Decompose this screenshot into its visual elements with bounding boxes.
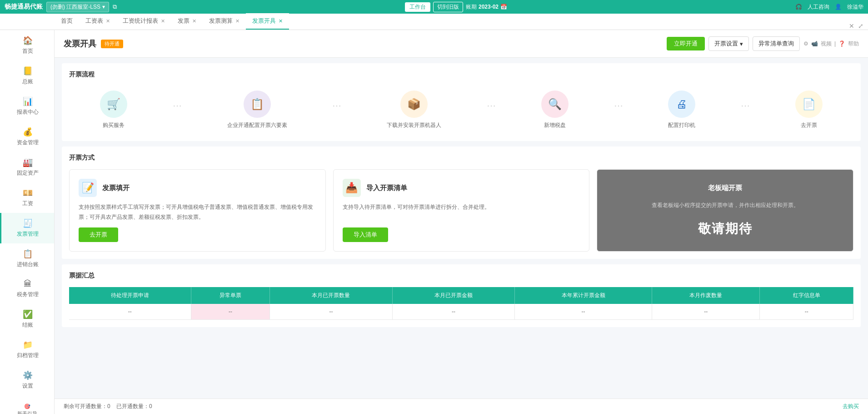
method-manual-header: 📝 发票填开	[79, 179, 316, 197]
sidebar-item-settings[interactable]: ⚙️ 设置	[0, 365, 54, 395]
sidebar-item-purchase[interactable]: 📋 进销台账	[0, 243, 54, 274]
step-printer-label: 配置打印机	[668, 121, 695, 129]
sidebar-guide[interactable]: 🎯 新手引导	[0, 400, 54, 414]
tab-bar: 首页 工资表 ✕ 工资统计报表 ✕ 发票 ✕ 发票测算 ✕ 发票开具 ✕ ✕ ⤢	[0, 14, 868, 30]
td-pending: --	[69, 304, 191, 320]
user-name[interactable]: 徐溢华	[847, 3, 863, 11]
sidebar-archive-label: 归档管理	[17, 352, 39, 359]
step-config[interactable]: 📋 企业开通配置开票六要素	[227, 91, 287, 129]
open-now-button[interactable]: 立即开通	[667, 37, 705, 50]
arrow-3: ⋯	[487, 100, 496, 120]
tab-payroll-report[interactable]: 工资统计报表 ✕	[116, 13, 171, 30]
tab-invoice-close[interactable]: ✕	[192, 18, 196, 24]
workbench-button[interactable]: 工作台	[405, 2, 430, 12]
video-help-icon[interactable]: 📹	[811, 40, 818, 47]
step-config-circle: 📋	[244, 91, 271, 118]
td-abnormal: --	[191, 304, 269, 320]
old-version-button[interactable]: 切到旧版	[433, 2, 463, 12]
sidebar-settings-label: 设置	[22, 382, 33, 390]
tab-payroll-report-close[interactable]: ✕	[161, 18, 165, 24]
th-pending: 待处理开票申请	[69, 287, 191, 304]
company-selector[interactable]: (勿删) 江西服室-LSS ▾	[46, 2, 109, 12]
step-taxdisk[interactable]: 🔍 新增税盘	[541, 91, 569, 129]
remaining-count: 剩余可开通数量：0	[64, 403, 110, 409]
support-label[interactable]: 人工咨询	[808, 3, 829, 11]
page-title: 发票开具	[64, 38, 96, 49]
step-taxdisk-label: 新增税盘	[544, 121, 566, 129]
close-tab-icon[interactable]: ✕	[849, 22, 854, 30]
sidebar-item-settle[interactable]: ✅ 结账	[0, 304, 54, 334]
methods-title: 开票方式	[69, 154, 853, 162]
tab-payroll[interactable]: 工资表 ✕	[79, 13, 116, 30]
sidebar-item-ledger[interactable]: 📒 总账	[0, 61, 54, 91]
th-void-count: 本月作废数量	[652, 287, 760, 304]
header-help: ⚙ 📹 视频 | ❓ 帮助	[803, 40, 859, 48]
funds-icon: 💰	[23, 127, 33, 137]
sidebar-item-archive[interactable]: 📁 归档管理	[0, 334, 54, 365]
step-buy[interactable]: 🛒 购买服务	[100, 91, 127, 129]
page-header: 发票开具 待开通 立即开通 开票设置 ▾ 异常清单查询 ⚙ 📹 视频 | ❓ 帮…	[55, 30, 868, 58]
period-info: 账期 2023-02 📅	[466, 3, 507, 11]
arrow-4: ⋯	[614, 100, 623, 120]
summary-section: 票据汇总 待处理开票申请 异常单票 本月已开票数量 本月已开票金额 本年累计开票…	[62, 264, 861, 327]
settle-icon: ✅	[23, 309, 33, 319]
tab-home-label: 首页	[61, 17, 73, 25]
sidebar-tax-label: 税务管理	[17, 291, 39, 298]
sidebar-item-invoice[interactable]: 🧾 发票管理	[0, 213, 54, 243]
tab-invoice-issue[interactable]: 发票开具 ✕	[246, 13, 289, 30]
method-import-header: 📥 导入开票清单	[343, 179, 580, 197]
step-buy-label: 购买服务	[103, 121, 125, 129]
step-issue[interactable]: 📄 去开票	[795, 91, 823, 129]
sidebar-item-home[interactable]: 🏠 首页	[0, 30, 54, 61]
th-abnormal: 异常单票	[191, 287, 269, 304]
divider: |	[834, 40, 836, 47]
video-help-label: 视频	[821, 40, 832, 48]
process-section: 开票流程 🛒 购买服务 ⋯ 📋 企业开通配置开票六要素 ⋯ 📦 下载并安装开票机…	[62, 63, 861, 141]
ledger-icon: 📒	[23, 66, 33, 76]
tab-payroll-close[interactable]: ✕	[106, 18, 110, 24]
chevron-down-icon: ▾	[740, 40, 743, 47]
td-month-count: --	[270, 304, 393, 320]
import-invoice-button[interactable]: 导入清单	[343, 227, 388, 242]
support-icon: 🎧	[795, 4, 802, 10]
tab-home[interactable]: 首页	[55, 13, 79, 30]
copy-icon[interactable]: ⧉	[113, 3, 117, 10]
restore-icon[interactable]: ⤢	[858, 22, 863, 30]
buy-link[interactable]: 去购买	[843, 403, 859, 410]
sidebar-item-payroll[interactable]: 💴 工资	[0, 182, 54, 213]
chevron-down-icon: ▾	[102, 4, 105, 10]
help-icon[interactable]: ❓	[838, 40, 845, 47]
boss-title: 老板端开票	[708, 184, 742, 192]
tax-icon: 🏛	[24, 279, 32, 289]
step-download[interactable]: 📦 下载并安装开票机器人	[387, 91, 441, 129]
step-download-label: 下载并安装开票机器人	[387, 121, 441, 129]
sidebar-assets-label: 固定资产	[17, 169, 39, 177]
method-manual-card: 📝 发票填开 支持按照发票样式手工填写开发票；可开具增值税电子普通发票、增值税普…	[69, 169, 326, 252]
th-month-amount: 本月已开票金额	[392, 287, 515, 304]
tab-invoice-issue-close[interactable]: ✕	[279, 18, 283, 24]
abnormal-query-button[interactable]: 异常清单查询	[753, 36, 800, 51]
tab-payroll-label: 工资表	[85, 17, 103, 25]
sidebar-item-funds[interactable]: 💰 资金管理	[0, 121, 54, 152]
method-manual-title: 发票填开	[102, 184, 130, 192]
method-import-desc: 支持导入待开票清单，可对待开票清单进行拆分、合并处理。	[343, 202, 580, 212]
guide-label: 新手引导	[17, 410, 37, 414]
td-void-count: --	[652, 304, 760, 320]
th-red-info: 红字信息单	[760, 287, 853, 304]
company-name: (勿删) 江西服室-LSS	[50, 3, 100, 11]
manual-invoice-button[interactable]: 去开票	[79, 227, 118, 242]
invoice-icon: 🧾	[23, 218, 33, 228]
sidebar-item-reports[interactable]: 📊 报表中心	[0, 91, 54, 121]
calendar-icon[interactable]: 📅	[500, 4, 507, 10]
step-printer[interactable]: 🖨 配置打印机	[668, 91, 695, 129]
tab-invoice[interactable]: 发票 ✕	[171, 13, 203, 30]
top-bar-right: 🎧 人工咨询 👤 徐溢华	[795, 3, 863, 11]
tab-invoice-calc-close[interactable]: ✕	[235, 18, 239, 24]
sidebar-item-assets[interactable]: 🏭 固定资产	[0, 152, 54, 182]
open-settings-button[interactable]: 开票设置 ▾	[708, 36, 749, 51]
sidebar-item-tax[interactable]: 🏛 税务管理	[0, 274, 54, 304]
tab-invoice-calc[interactable]: 发票测算 ✕	[203, 13, 246, 30]
method-import-card: 📥 导入开票清单 支持导入待开票清单，可对待开票清单进行拆分、合并处理。 导入清…	[333, 169, 590, 252]
archive-icon: 📁	[23, 340, 33, 350]
method-manual-icon: 📝	[79, 179, 97, 197]
